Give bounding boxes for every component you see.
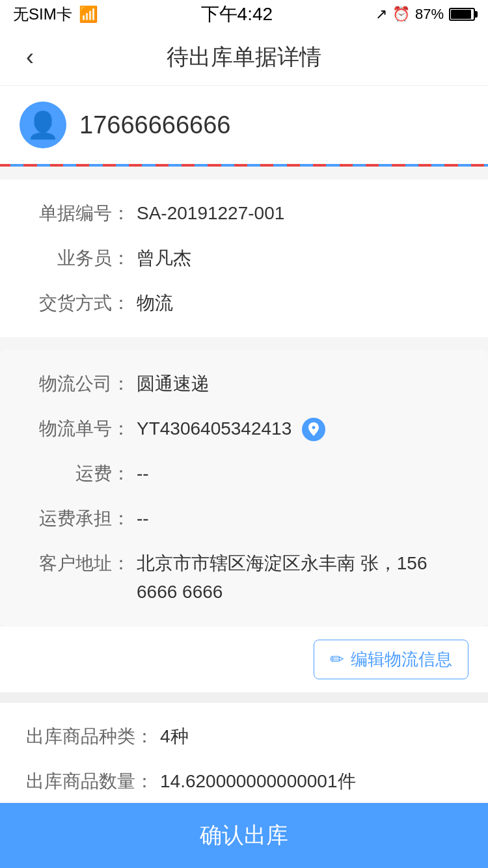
goods-types-label: 出库商品种类： xyxy=(26,722,154,752)
page-title: 待出库单据详情 xyxy=(167,42,321,72)
goods-quantity-row: 出库商品数量： 14.620000000000001件 xyxy=(26,767,462,796)
freight-value: -- xyxy=(137,459,462,489)
main-content: 👤 17666666666 单据编号： SA-20191227-001 业务员：… xyxy=(0,86,488,868)
logistics-section: 物流公司： 圆通速递 物流单号： YT4306405342413 运费： -- … xyxy=(0,350,488,627)
document-number-label: 单据编号： xyxy=(26,199,130,228)
delivery-label: 交货方式： xyxy=(26,289,130,318)
tracking-row: 物流单号： YT4306405342413 xyxy=(26,414,462,444)
freight-row: 运费： -- xyxy=(26,459,462,489)
document-info-section: 单据编号： SA-20191227-001 业务员： 曾凡杰 交货方式： 物流 xyxy=(0,180,488,337)
tracking-number: YT4306405342413 xyxy=(137,414,291,444)
salesman-value: 曾凡杰 xyxy=(137,244,462,273)
back-button[interactable]: ‹ xyxy=(20,37,40,77)
delivery-value: 物流 xyxy=(137,289,462,318)
customer-header: 👤 17666666666 xyxy=(0,86,488,167)
carrier-text: 无SIM卡 xyxy=(13,4,72,25)
status-bar: 无SIM卡 📶 下午4:42 ↗ ⏰ 87% xyxy=(0,0,488,29)
tracking-label: 物流单号： xyxy=(26,414,130,444)
edit-logistics-button[interactable]: ✏ 编辑物流信息 xyxy=(314,640,468,679)
confirm-button-label: 确认出库 xyxy=(200,821,288,850)
salesman-row: 业务员： 曾凡杰 xyxy=(26,244,462,273)
goods-types-row: 出库商品种类： 4种 xyxy=(26,722,462,752)
address-label: 客户地址： xyxy=(26,549,130,578)
goods-quantity-value: 14.620000000000001件 xyxy=(160,767,462,796)
freight-bearer-label: 运费承担： xyxy=(26,504,130,534)
nav-bar: ‹ 待出库单据详情 xyxy=(0,29,488,86)
alarm-icon: ⏰ xyxy=(392,6,410,23)
goods-section: 出库商品种类： 4种 出库商品数量： 14.620000000000001件 xyxy=(0,703,488,816)
logistics-company-row: 物流公司： 圆通速递 xyxy=(26,370,462,399)
edit-icon: ✏ xyxy=(330,649,344,670)
salesman-label: 业务员： xyxy=(26,244,130,273)
tracking-value-row: YT4306405342413 xyxy=(137,414,462,444)
confirm-bar[interactable]: 确认出库 xyxy=(0,803,488,868)
battery-percentage: 87% xyxy=(415,6,444,23)
avatar: 👤 xyxy=(20,102,66,148)
goods-types-value: 4种 xyxy=(160,722,462,752)
address-row: 客户地址： 北京市市辖区海淀区永丰南 张，156 6666 6666 xyxy=(26,549,462,608)
edit-logistics-row: ✏ 编辑物流信息 xyxy=(0,627,488,692)
document-number-value: SA-20191227-001 xyxy=(137,199,462,228)
status-left: 无SIM卡 📶 xyxy=(13,4,98,25)
status-right: ↗ ⏰ 87% xyxy=(375,6,475,23)
wifi-icon: 📶 xyxy=(79,5,98,23)
logistics-company-value: 圆通速递 xyxy=(137,370,462,399)
section-divider xyxy=(0,692,488,703)
battery-icon xyxy=(449,8,475,21)
avatar-icon: 👤 xyxy=(27,110,59,141)
goods-quantity-label: 出库商品数量： xyxy=(26,767,154,796)
logistics-company-label: 物流公司： xyxy=(26,370,130,399)
location-pin-icon[interactable] xyxy=(302,418,325,441)
edit-logistics-label: 编辑物流信息 xyxy=(351,648,452,671)
customer-phone: 17666666666 xyxy=(79,111,230,139)
address-value: 北京市市辖区海淀区永丰南 张，156 6666 6666 xyxy=(137,549,462,608)
delivery-row: 交货方式： 物流 xyxy=(26,289,462,318)
document-number-row: 单据编号： SA-20191227-001 xyxy=(26,199,462,228)
location-icon: ↗ xyxy=(375,6,387,23)
freight-bearer-row: 运费承担： -- xyxy=(26,504,462,534)
freight-label: 运费： xyxy=(26,459,130,489)
status-time: 下午4:42 xyxy=(201,2,273,27)
freight-bearer-value: -- xyxy=(137,504,462,534)
